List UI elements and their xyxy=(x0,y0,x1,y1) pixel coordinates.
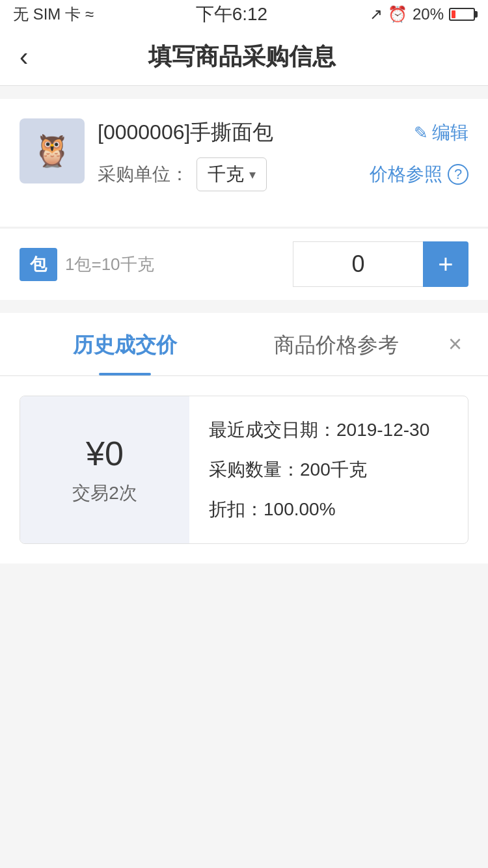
tab-history-label: 历史成交价 xyxy=(73,333,177,357)
alarm-icon: ⏰ xyxy=(388,5,407,23)
unit-label: 采购单位： xyxy=(98,162,189,187)
status-left: 无 SIM 卡 ≈ xyxy=(13,4,94,25)
history-left: ¥0 交易2次 xyxy=(20,396,189,543)
unit-selector-group: 采购单位： 千克 ▾ xyxy=(98,157,267,191)
tab-history-price[interactable]: 历史成交价 xyxy=(20,313,230,375)
unit-conversion: 1包=10千克 xyxy=(65,253,154,276)
edit-button[interactable]: ✎ 编辑 xyxy=(414,120,468,145)
tabs-header: 历史成交价 商品价格参考 × xyxy=(0,313,488,376)
page-title: 填写商品采购信息 xyxy=(41,41,442,73)
product-info: [0000006]手撕面包 ✎ 编辑 采购单位： 千克 ▾ 价格参照 ? xyxy=(98,118,468,191)
tab-price-ref-label: 商品价格参考 xyxy=(274,333,399,357)
price-reference-link[interactable]: 价格参照 ? xyxy=(370,162,468,187)
history-price: ¥0 xyxy=(86,434,124,473)
product-header: 🦉 [0000006]手撕面包 ✎ 编辑 采购单位： 千克 ▾ xyxy=(20,118,468,191)
status-time: 下午6:12 xyxy=(196,2,268,27)
history-discount-row: 折扣：100.00% xyxy=(209,495,448,524)
quantity-plus-button[interactable]: + xyxy=(423,241,468,287)
history-right: 最近成交日期：2019-12-30 采购数量：200千克 折扣：100.00% xyxy=(189,396,468,543)
unit-value: 千克 xyxy=(208,162,244,187)
discount-value: 100.00% xyxy=(264,499,336,519)
price-ref-label: 价格参照 xyxy=(370,162,442,187)
status-right: ↗ ⏰ 20% xyxy=(370,5,475,23)
discount-label: 折扣： xyxy=(209,499,264,519)
battery-percent: 20% xyxy=(413,5,444,23)
history-quantity-row: 采购数量：200千克 xyxy=(209,455,448,485)
status-bar: 无 SIM 卡 ≈ 下午6:12 ↗ ⏰ 20% xyxy=(0,0,488,29)
tab-content-history: ¥0 交易2次 最近成交日期：2019-12-30 采购数量：200千克 折扣：… xyxy=(0,376,488,563)
history-date-row: 最近成交日期：2019-12-30 xyxy=(209,416,448,445)
product-card: 🦉 [0000006]手撕面包 ✎ 编辑 采购单位： 千克 ▾ xyxy=(0,99,488,226)
history-count: 交易2次 xyxy=(72,481,137,506)
product-thumb-icon: 🦉 xyxy=(33,133,72,169)
quantity-value: 200千克 xyxy=(300,459,367,480)
unit-info: 包 1包=10千克 xyxy=(20,248,154,281)
tab-product-price-ref[interactable]: 商品价格参考 xyxy=(230,313,441,375)
back-button[interactable]: ‹ xyxy=(20,42,28,72)
empty-area xyxy=(0,563,488,868)
product-name: [0000006]手撕面包 xyxy=(98,118,273,147)
quantity-row: 包 1包=10千克 + xyxy=(0,228,488,300)
location-icon: ↗ xyxy=(370,5,383,23)
dropdown-arrow-icon: ▾ xyxy=(249,167,256,182)
date-label: 最近成交日期： xyxy=(209,420,336,440)
edit-icon: ✎ xyxy=(414,123,428,143)
date-value: 2019-12-30 xyxy=(336,420,429,440)
edit-label: 编辑 xyxy=(432,120,468,145)
unit-dropdown[interactable]: 千克 ▾ xyxy=(197,157,267,191)
product-name-row: [0000006]手撕面包 ✎ 编辑 xyxy=(98,118,468,147)
product-thumbnail: 🦉 xyxy=(20,118,85,183)
sim-status: 无 SIM 卡 ≈ xyxy=(13,4,94,25)
history-card: ¥0 交易2次 最近成交日期：2019-12-30 采购数量：200千克 折扣：… xyxy=(20,396,468,544)
tab-close-button[interactable]: × xyxy=(442,324,468,364)
unit-box-label: 包 xyxy=(20,248,57,281)
quantity-input[interactable] xyxy=(293,241,423,287)
quantity-control: + xyxy=(293,241,468,287)
battery-icon xyxy=(449,8,475,21)
purchase-unit-row: 采购单位： 千克 ▾ 价格参照 ? xyxy=(98,157,468,191)
tabs-section: 历史成交价 商品价格参考 × ¥0 交易2次 最近成交日期：2019-12-30… xyxy=(0,313,488,563)
quantity-label: 采购数量： xyxy=(209,459,300,480)
nav-bar: ‹ 填写商品采购信息 xyxy=(0,29,488,86)
help-icon: ? xyxy=(448,164,468,185)
